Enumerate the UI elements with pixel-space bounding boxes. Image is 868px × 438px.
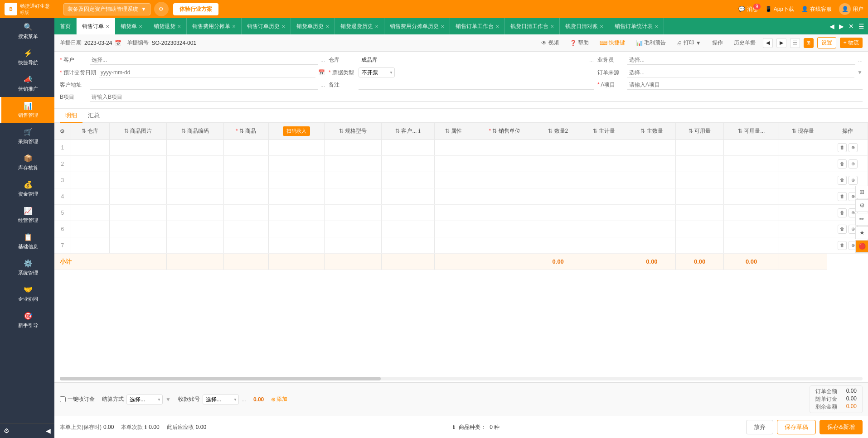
online-service-btn[interactable]: 👤 在线客服 (801, 5, 832, 13)
tab-order-history[interactable]: 销售订单历史 ✕ (242, 18, 291, 34)
prev-record-btn[interactable]: ◀ (763, 38, 773, 48)
sidebar-settings-icon[interactable]: ⚙ (4, 427, 10, 434)
add-payment-btn[interactable]: ⊕ 添加 (271, 395, 287, 403)
tab-close-icon[interactable]: ✕ (441, 24, 444, 29)
save-draft-btn[interactable]: 保存草稿 (777, 420, 816, 434)
float-settings-btn[interactable]: ⚙ (855, 199, 868, 212)
tab-close-icon[interactable]: ✕ (655, 24, 658, 29)
grid-view-btn[interactable]: ⊞ (804, 38, 814, 48)
sidebar-item-finance[interactable]: 💰 资金管理 (0, 176, 54, 202)
scan-btn[interactable]: 扫码录入 (283, 126, 310, 136)
tab-close-icon[interactable]: ✕ (325, 24, 329, 29)
address-more-icon[interactable]: ... (320, 82, 325, 88)
row-delete-btn[interactable]: 🗑 (838, 192, 847, 201)
tab-sales-order[interactable]: 销售订单 ✕ (77, 18, 115, 34)
customer-more-icon[interactable]: ... (320, 57, 325, 63)
float-alert-btn[interactable]: 🔴 (855, 240, 868, 253)
col-available[interactable]: ⇅ 可用量 (676, 123, 724, 140)
history-btn[interactable]: 历史单据 (730, 38, 759, 48)
staff-more-icon[interactable]: ... (858, 57, 863, 63)
tab-summary[interactable]: 汇总 (82, 109, 105, 123)
sidebar-item-sales[interactable]: 📊 销售管理 (0, 97, 54, 123)
industry-btn[interactable]: 体验行业方案 (173, 3, 218, 15)
col-main-unit[interactable]: ⇅ 主计量 (580, 123, 628, 140)
tab-close-icon[interactable]: ✕ (281, 24, 285, 29)
list-view-btn[interactable]: ☰ (790, 38, 800, 48)
col-warehouse[interactable]: ⇅ 仓库 (71, 123, 109, 140)
tab-close-icon[interactable]: ✕ (550, 24, 554, 29)
tab-menu-btn[interactable]: ☰ (857, 22, 866, 31)
order-source-input[interactable] (627, 68, 854, 77)
sidebar-item-purchase[interactable]: 🛒 采购管理 (0, 123, 54, 149)
calendar-icon[interactable]: 📅 (115, 40, 121, 46)
tab-expense-history[interactable]: 销售费用分摊单历史 ✕ (384, 18, 450, 34)
row-copy-btn[interactable]: ⊕ (849, 159, 858, 168)
sidebar-collapse-icon[interactable]: ◀ (46, 427, 51, 434)
remark-input[interactable] (359, 80, 594, 90)
col-current-stock[interactable]: ⇅ 现存量 (779, 123, 827, 140)
float-star-btn[interactable]: ★ (855, 226, 868, 239)
tab-close-icon[interactable]: ✕ (139, 24, 142, 29)
col-settings[interactable]: ⚙ (54, 123, 71, 140)
shortcut-btn[interactable]: ⌨ 快捷键 (596, 38, 629, 48)
col-unit[interactable]: ⇅ 销售单位 (473, 123, 536, 140)
tab-close-icon[interactable]: ✕ (375, 24, 378, 29)
tab-workbench[interactable]: 销售订单工作台 ✕ (450, 18, 505, 34)
tab-close-icon[interactable]: ✕ (495, 24, 499, 29)
view-btn[interactable]: 👁 视频 (538, 38, 563, 48)
tab-detail[interactable]: 明细 (60, 109, 82, 123)
invoice-type-select[interactable]: 不开票 (359, 67, 395, 77)
print-btn[interactable]: 🖨 打印 ▼ (673, 38, 705, 48)
row-delete-btn[interactable]: 🗑 (838, 143, 847, 152)
float-grid-btn[interactable]: ⊞ (855, 186, 868, 198)
tab-sales-goods[interactable]: 销货单 ✕ (115, 18, 148, 34)
col-customer-code[interactable]: ⇅ 客户... ℹ (382, 123, 434, 140)
col-spec[interactable]: ⇅ 规格型号 (325, 123, 382, 140)
calendar2-icon[interactable]: 📅 (318, 69, 325, 76)
tab-daily-workbench[interactable]: 钱货日清工作台 ✕ (505, 18, 560, 34)
sidebar-item-inventory[interactable]: 📦 库存核算 (0, 149, 54, 176)
sidebar-item-enterprise[interactable]: 🤝 企业协同 (0, 281, 54, 307)
save-new-btn[interactable]: 保存&新增 (820, 420, 863, 434)
col-attribute[interactable]: ⇅ 属性 (434, 123, 473, 140)
tab-close-icon[interactable]: ✕ (600, 24, 603, 29)
col-product[interactable]: ⇅ 商品 (223, 123, 268, 140)
sidebar-item-marketing[interactable]: 📣 营销推广 (0, 71, 54, 97)
tab-prev-btn[interactable]: ◀ (828, 22, 836, 31)
tab-close-icon[interactable]: ✕ (177, 24, 181, 29)
set-btn[interactable]: 设置 (817, 37, 836, 48)
bank-more-icon[interactable]: ... (242, 396, 246, 403)
settle-method-select[interactable]: 选择... (126, 395, 163, 404)
row-copy-btn[interactable]: ⊕ (849, 143, 858, 152)
tab-daily-reconcile[interactable]: 钱货日清对账 ✕ (560, 18, 609, 34)
next-record-btn[interactable]: ▶ (776, 38, 786, 48)
discard-btn[interactable]: 放弃 (746, 420, 773, 434)
col-available2[interactable]: ⇅ 可用量... (723, 123, 779, 140)
row-delete-btn[interactable]: 🗑 (838, 241, 847, 250)
row-delete-btn[interactable]: 🗑 (838, 159, 847, 168)
settle-more-icon[interactable]: ▼ (165, 396, 171, 403)
b-project-input[interactable] (90, 92, 863, 102)
tab-close-icon[interactable]: ✕ (106, 24, 109, 29)
row-delete-btn[interactable]: 🗑 (838, 208, 847, 217)
scroll-thumb[interactable] (60, 377, 381, 380)
col-main-qty[interactable]: ⇅ 主数量 (628, 123, 676, 140)
sidebar-item-operations[interactable]: 📈 经营管理 (0, 202, 54, 228)
notification-btn[interactable]: 💬 9 消息 (738, 5, 758, 13)
warehouse-more-icon[interactable]: ... (589, 57, 594, 63)
add-col-btn[interactable]: + 物流 (840, 38, 863, 48)
app-download-btn[interactable]: 📱 App下载 (765, 5, 794, 13)
tab-close-all-btn[interactable]: ✕ (847, 22, 856, 31)
sidebar-item-search[interactable]: 🔍 搜索菜单 (0, 18, 54, 44)
row-delete-btn[interactable]: 🗑 (838, 225, 847, 234)
bank-select[interactable]: 选择... (203, 395, 239, 404)
col-code[interactable]: ⇅ 商品编码 (166, 123, 223, 140)
tab-statistics[interactable]: 销售订单统计表 ✕ (609, 18, 664, 34)
row-delete-btn[interactable]: 🗑 (838, 176, 847, 185)
tab-goods-history[interactable]: 销货单历史 ✕ (291, 18, 335, 34)
customer-input[interactable] (90, 55, 318, 65)
tab-expenses[interactable]: 销售费用分摊单 ✕ (187, 18, 242, 34)
help-btn[interactable]: ❓ 帮助 (566, 38, 592, 48)
delivery-date-input[interactable] (99, 68, 315, 77)
settings-gear-icon[interactable]: ⚙ (154, 2, 169, 16)
